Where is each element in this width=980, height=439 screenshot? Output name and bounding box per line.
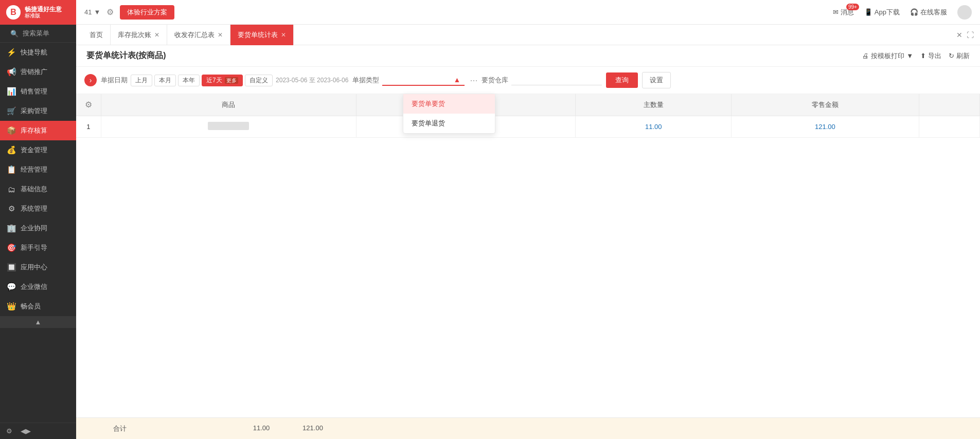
appstore-icon: 🔲 [6, 263, 16, 272]
data-table: ⚙ 商品 主计量单位 主数量 零售金额 1 [76, 94, 980, 138]
col-settings: ⚙ [76, 94, 101, 116]
query-button[interactable]: 查询 [606, 72, 638, 88]
tab-home[interactable]: 首页 [82, 25, 111, 45]
message-icon: ✉ [833, 8, 839, 16]
date-pill-7days[interactable]: 近7天 更多 [202, 75, 243, 86]
table-header-row: ⚙ 商品 主计量单位 主数量 零售金额 [76, 94, 980, 116]
sidebar-item-enterprise[interactable]: 🏢 企业协同 [0, 218, 76, 238]
export-icon: ⬆ [920, 52, 926, 60]
guide-icon: 🎯 [6, 243, 16, 252]
filter-more-icon[interactable]: ··· [470, 75, 477, 86]
date-pill-this[interactable]: 本月 [154, 75, 176, 86]
avatar[interactable] [957, 5, 972, 20]
row-index: 1 [76, 116, 101, 137]
date-pill-year[interactable]: 本年 [178, 75, 200, 86]
header-settings-icon[interactable]: ⚙ [106, 7, 114, 17]
table-footer: 合计 11.00 121.00 [76, 417, 980, 439]
sidebar-item-wechat[interactable]: 💬 企业微信 [0, 277, 76, 297]
print-chevron-icon: ▼ [906, 52, 913, 60]
sidebar-item-appstore[interactable]: 🔲 应用中心 [0, 258, 76, 277]
sidebar-item-purchase[interactable]: 🛒 采购管理 [0, 101, 76, 121]
footer-amount: 121.00 [287, 424, 338, 433]
more-badge: 更多 [225, 77, 238, 84]
sidebar-item-system[interactable]: ⚙ 系统管理 [0, 199, 76, 218]
close-requisition-tab[interactable]: ✕ [281, 31, 286, 39]
trial-button[interactable]: 体验行业方案 [120, 5, 174, 20]
sidebar-item-inventory[interactable]: 📦 库存核算 [0, 121, 76, 140]
tab-requisition[interactable]: 要货单统计表 ✕ [230, 25, 294, 45]
qty-link[interactable]: 11.00 [645, 123, 662, 131]
store-selector[interactable]: 41 ▼ [84, 8, 100, 16]
messages-badge: 99+ [846, 4, 859, 10]
finance-icon: 💰 [6, 145, 16, 155]
store-name: 41 [84, 8, 92, 16]
dropdown-option-requisition[interactable]: 要货单要货 [403, 94, 495, 114]
maximize-icon[interactable]: ⛶ [967, 31, 974, 39]
inventory-icon: 📦 [6, 126, 16, 135]
sidebar: B 畅捷通好生意 标准版 🔍 搜索菜单 ⚡ 快捷导航 📢 营销推广 📊 销售管理… [0, 0, 76, 439]
export-btn[interactable]: ⬆ 导出 [920, 51, 941, 61]
collapse-icon[interactable]: ◀▶ [21, 427, 31, 435]
app-download-btn[interactable]: 📱 App下载 [864, 8, 900, 17]
product-placeholder [208, 122, 249, 130]
type-chevron-icon[interactable]: ▲ [453, 76, 460, 84]
close-batch-tab[interactable]: ✕ [154, 31, 159, 39]
content-area: 要货单统计表(按商品) 🖨 按模板打印 ▼ ⬆ 导出 ↻ 刷新 › [76, 45, 980, 439]
dropdown-option-return[interactable]: 要货单退货 [403, 114, 495, 133]
expand-filter-btn[interactable]: › [84, 74, 97, 86]
operations-icon: 📋 [6, 165, 16, 174]
date-pill-up[interactable]: 上月 [131, 75, 152, 86]
amount-link[interactable]: 121.00 [815, 123, 835, 131]
wechat-icon: 💬 [6, 282, 16, 291]
purchase-icon: 🛒 [6, 106, 16, 116]
type-label: 单据类型 [352, 76, 379, 85]
table-settings-gear[interactable]: ⚙ [85, 100, 92, 109]
window-controls: ✕ ⛶ [956, 31, 974, 39]
row-extra [919, 116, 979, 137]
settings-button[interactable]: 设置 [642, 72, 671, 88]
tab-dispatch[interactable]: 收发存汇总表 ✕ [167, 25, 230, 45]
dropdown-arrow-icon: ▼ [94, 8, 100, 16]
footer-label: 合计 [107, 424, 236, 433]
date-label: 单据日期 [101, 76, 128, 85]
date-pill-custom[interactable]: 自定义 [245, 75, 273, 86]
sidebar-item-marketing[interactable]: 📢 营销推广 [0, 62, 76, 82]
messages-btn[interactable]: ✉ 消息 99+ [833, 8, 854, 17]
settings-icon[interactable]: ⚙ [6, 427, 12, 435]
refresh-icon: ↻ [949, 52, 954, 60]
sidebar-item-guide[interactable]: 🎯 新手引导 [0, 238, 76, 258]
sidebar-search[interactable]: 🔍 搜索菜单 [0, 25, 76, 43]
phone-icon: 📱 [864, 8, 872, 16]
date-pills: 上月 本月 本年 近7天 更多 自定义 [131, 75, 273, 86]
filter-bar: › 单据日期 上月 本月 本年 近7天 更多 自定义 2023-05-06 至 … [76, 67, 980, 94]
minimize-icon[interactable]: ✕ [956, 31, 963, 39]
sidebar-item-finance[interactable]: 💰 资金管理 [0, 140, 76, 160]
warehouse-input[interactable] [511, 75, 602, 85]
sidebar-scroll-up[interactable]: ▲ [0, 316, 76, 328]
sidebar-item-member[interactable]: 👑 畅会员 [0, 297, 76, 316]
page-title-bar: 要货单统计表(按商品) 🖨 按模板打印 ▼ ⬆ 导出 ↻ 刷新 [76, 45, 980, 67]
online-service-btn[interactable]: 🎧 在线客服 [910, 8, 947, 17]
close-dispatch-tab[interactable]: ✕ [218, 31, 223, 39]
sidebar-item-shortcuts[interactable]: ⚡ 快捷导航 [0, 43, 76, 62]
tabs-bar: 首页 库存批次账 ✕ 收发存汇总表 ✕ 要货单统计表 ✕ ✕ ⛶ [76, 25, 980, 45]
page-title: 要货单统计表(按商品) [86, 50, 166, 61]
warehouse-filter-group: 要货仓库 [482, 75, 602, 85]
member-icon: 👑 [6, 302, 16, 311]
enterprise-icon: 🏢 [6, 224, 16, 233]
warehouse-label: 要货仓库 [482, 76, 508, 85]
print-icon: 🖨 [862, 52, 869, 60]
sidebar-item-basic[interactable]: 🗂 基础信息 [0, 179, 76, 199]
sidebar-item-operations[interactable]: 📋 经营管理 [0, 160, 76, 179]
type-select-input[interactable] [384, 76, 451, 84]
date-range-display: 2023-05-06 至 2023-06-06 [276, 76, 348, 85]
app-download-label: App下载 [875, 8, 900, 17]
print-btn[interactable]: 🖨 按模板打印 ▼ [862, 51, 913, 61]
logo-text: 畅捷通好生意 标准版 [25, 6, 62, 19]
type-filter-group: 单据类型 ▲ ··· [352, 75, 477, 86]
refresh-btn[interactable]: ↻ 刷新 [949, 51, 970, 61]
tab-batch[interactable]: 库存批次账 ✕ [111, 25, 167, 45]
sales-icon: 📊 [6, 87, 16, 96]
type-select-box[interactable]: ▲ [382, 75, 465, 86]
sidebar-item-sales[interactable]: 📊 销售管理 [0, 82, 76, 101]
